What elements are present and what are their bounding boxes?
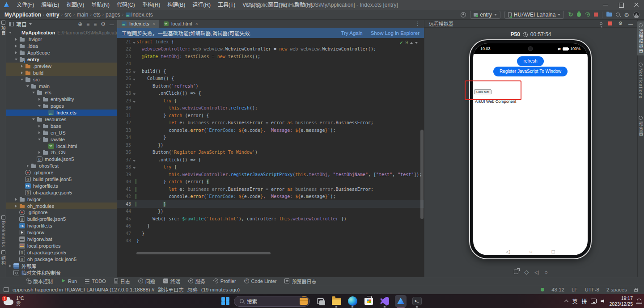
tree-item[interactable]: hvigorw <box>6 229 117 236</box>
menu-item[interactable]: 文件(F) <box>13 0 38 10</box>
breadcrumb-item[interactable]: Index.ets <box>131 12 153 18</box>
code-line[interactable]: 39 this.webviewController.registerJavaSc… <box>117 171 424 178</box>
menu-item[interactable]: 重构(R) <box>139 0 164 10</box>
expand-all-icon[interactable] <box>86 21 89 27</box>
menu-item[interactable]: 编辑(E) <box>38 0 63 10</box>
breadcrumb-item[interactable]: ets <box>93 12 101 18</box>
fold-marker-icon[interactable] <box>133 42 136 44</box>
tool-window-button-profiler[interactable]: Profiler <box>210 278 240 284</box>
code-line[interactable]: 26 Column() { <box>117 75 424 83</box>
code-line[interactable]: 40 } catch (error) { <box>117 178 424 186</box>
next-problem-icon[interactable] <box>415 42 418 44</box>
device-selector[interactable]: HUAWEI Lahaina <box>504 11 564 19</box>
code-line[interactable]: 41 let e: business_error.BusinessError =… <box>117 186 424 193</box>
tree-item[interactable]: hvigorfile.ts <box>6 182 117 189</box>
minimize-icon[interactable] <box>598 0 614 10</box>
chevron-down-icon[interactable] <box>29 23 32 25</box>
panel-options-gear-icon[interactable] <box>101 21 106 27</box>
fold-marker-icon[interactable] <box>133 93 136 95</box>
project-panel-title[interactable]: 项目 <box>16 21 27 28</box>
tree-item[interactable]: oh-package.json5 <box>6 249 117 256</box>
tree-item[interactable]: 外部库 <box>6 262 117 269</box>
weather-widget[interactable]: 1 1°C 雾 <box>4 295 24 306</box>
fold-marker-icon[interactable] <box>133 79 136 80</box>
fold-marker-icon[interactable] <box>133 167 136 169</box>
chevron-right-icon[interactable] <box>20 72 24 74</box>
right-strip-tab[interactable]: Notifications <box>637 61 644 100</box>
pin-icon[interactable] <box>600 22 602 25</box>
right-strip-tab[interactable]: 预览器 <box>637 114 644 138</box>
code-line[interactable]: 43 } <box>117 200 424 208</box>
tree-item[interactable]: .gitignore <box>6 169 117 176</box>
inspections-widget[interactable]: 9 <box>399 40 418 45</box>
tree-item[interactable]: module.json5 <box>6 156 117 163</box>
collapse-all-icon[interactable] <box>93 21 97 27</box>
tab-options-kebab-icon[interactable] <box>411 20 424 28</box>
chevron-right-icon[interactable] <box>8 265 12 267</box>
editor-tab[interactable]: local.html× <box>159 20 202 28</box>
breadcrumb-item[interactable]: pages <box>106 12 120 18</box>
debug-icon[interactable] <box>577 12 581 17</box>
profiler-icon[interactable] <box>584 11 591 18</box>
module-selector[interactable]: entry <box>470 11 500 19</box>
code-line[interactable]: 29 try { <box>117 97 424 105</box>
stop-emulator-icon[interactable] <box>608 21 612 25</box>
taskbar-app-store[interactable] <box>363 295 374 307</box>
taskbar-app-task-view[interactable] <box>314 295 326 307</box>
editor-horizontal-scrollbar[interactable] <box>136 252 271 254</box>
phone-recents-icon[interactable] <box>552 249 555 255</box>
menu-item[interactable]: 运行(R) <box>189 0 214 10</box>
tool-window-button-branch[interactable]: 版本控制 <box>22 278 56 285</box>
emulator-back-icon[interactable] <box>534 268 538 276</box>
code-line[interactable]: 32 let e: business_error.BusinessError =… <box>117 119 424 127</box>
chevron-right-icon[interactable] <box>14 198 18 201</box>
sidebar-tab-project[interactable]: 项目 <box>0 21 6 36</box>
tree-item[interactable]: pages <box>6 103 117 110</box>
chevron-right-icon[interactable] <box>14 45 18 47</box>
editor-tab[interactable]: Index.ets× <box>117 20 159 28</box>
code-line[interactable]: 38 try { <box>117 164 424 171</box>
tool-window-button-problems[interactable]: 问题 <box>135 278 159 285</box>
tree-item[interactable]: oh_modules <box>6 203 117 209</box>
event-log-icon[interactable] <box>4 287 9 292</box>
chevron-down-icon[interactable] <box>20 79 24 80</box>
code-line[interactable]: 36 Button('Register JavaScript To Window… <box>117 149 424 156</box>
menu-item[interactable]: 工具(T) <box>214 0 239 10</box>
menu-item[interactable]: 导航(N) <box>88 0 113 10</box>
chevron-down-icon[interactable] <box>25 85 30 87</box>
chevron-right-icon[interactable] <box>14 205 18 207</box>
sidebar-tab-bookmarks[interactable]: Bookmarks <box>0 215 6 247</box>
refresh-button[interactable]: refresh <box>517 56 543 66</box>
code-line[interactable]: 30 this.webviewController.refresh(); <box>117 105 424 112</box>
code-line[interactable]: 37 .onClick(() => { <box>117 156 424 164</box>
ime-language-indicator[interactable]: 英 <box>572 297 577 305</box>
code-line[interactable]: 45 Web({ src: $rawfile('local.html'), co… <box>117 215 424 223</box>
taskbar-app-terminal[interactable]: >_ <box>411 295 423 307</box>
emulator-home-icon[interactable] <box>544 268 547 276</box>
tree-item[interactable]: src <box>6 76 117 83</box>
editor-vertical-scrollbar[interactable] <box>420 130 424 219</box>
hide-panel-icon[interactable] <box>110 21 114 27</box>
search-icon[interactable] <box>616 13 620 17</box>
taskbar-search[interactable]: 搜索 <box>234 296 310 307</box>
tree-item[interactable]: resources <box>6 116 117 123</box>
tree-item[interactable]: build <box>6 69 117 76</box>
ignore-link[interactable]: 忽略 <box>187 286 198 293</box>
breadcrumb-item[interactable]: main <box>76 12 88 18</box>
code-line[interactable]: 46 } <box>117 223 424 230</box>
start-button[interactable] <box>221 297 229 305</box>
locate-icon[interactable] <box>461 12 466 17</box>
tree-item[interactable]: AppScope <box>6 50 117 56</box>
tree-item[interactable]: .idea <box>6 43 117 50</box>
fold-marker-icon[interactable] <box>133 160 136 162</box>
menu-item[interactable]: 代码(C) <box>113 0 139 10</box>
taskbar-app-visual-studio[interactable] <box>379 295 390 307</box>
fold-marker-icon[interactable] <box>133 101 136 103</box>
code-line[interactable]: 34 } <box>117 134 424 142</box>
code-line[interactable]: 42 console.error(`ErrorCode: ${e.code}, … <box>117 193 424 201</box>
chevron-right-icon[interactable] <box>25 165 30 167</box>
lock-icon[interactable] <box>634 289 638 292</box>
code-line[interactable]: 33 console.error(`ErrorCode: ${e.code}, … <box>117 127 424 134</box>
stop-icon[interactable] <box>594 13 598 17</box>
tree-item[interactable]: entryability <box>6 96 117 103</box>
